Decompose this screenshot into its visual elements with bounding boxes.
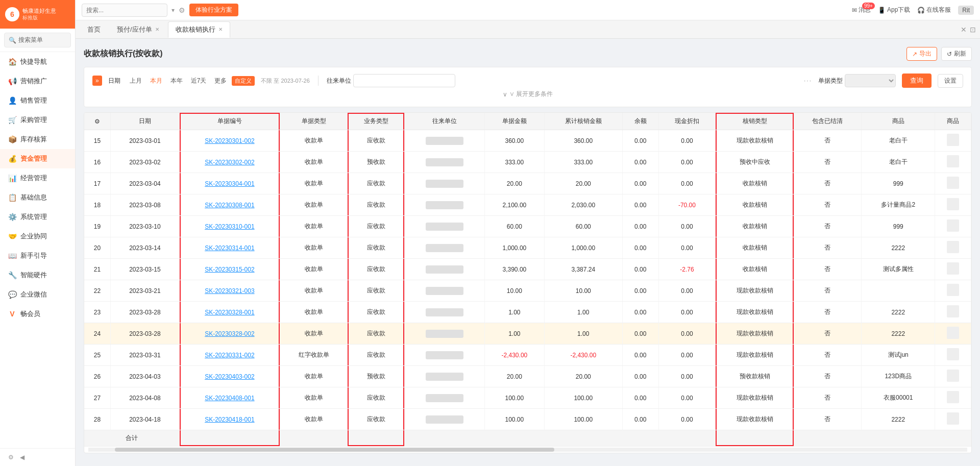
export-btn[interactable]: ↗ 导出 — [906, 47, 937, 61]
sidebar-item-guide[interactable]: 📖 新手引导 — [0, 246, 75, 265]
headset-icon: 🎧 — [917, 7, 925, 14]
logo-icon: 6 — [5, 7, 19, 21]
setting-btn[interactable]: 设置 — [938, 74, 963, 88]
search-menu-btn[interactable]: 🔍 搜索菜单 — [4, 33, 71, 47]
sidebar-item-hardware[interactable]: 🔧 智能硬件 — [0, 265, 75, 285]
sidebar-item-marketing[interactable]: 📢 营销推广 — [0, 71, 75, 91]
messages-btn[interactable]: ✉ 消息 99+ — [852, 6, 871, 14]
sidebar-item-corp[interactable]: 🤝 企业协同 — [0, 227, 75, 246]
sidebar-item-finance[interactable]: 💰 资金管理 — [0, 149, 75, 168]
close-window-icon[interactable]: ✕ — [961, 26, 967, 34]
topbar-gear-icon[interactable]: ⚙ — [179, 6, 185, 14]
sidebar-item-member[interactable]: V 畅会员 — [0, 304, 75, 324]
sidebar-item-quicknav[interactable]: 🏠 快捷导航 — [0, 52, 75, 71]
td-doc-type: 收款单 — [280, 130, 348, 152]
topbar-right: ✉ 消息 99+ 📱 App下载 🎧 在线客服 Rit — [852, 6, 974, 15]
td-no: 28 — [84, 409, 110, 430]
td-doc-type: 收款单 — [280, 194, 348, 216]
tab-home[interactable]: 首页 — [80, 21, 108, 38]
filter-toggle-btn[interactable]: » — [92, 76, 102, 86]
footer-biz-type — [348, 430, 405, 447]
refresh-btn[interactable]: ↺ 刷新 — [941, 47, 972, 61]
table-row: 21 2023-03-15 SK-20230315-002 收款单 应收款 ██… — [84, 259, 971, 280]
custom-period-btn[interactable]: 自定义 — [232, 76, 255, 86]
td-goods: 999 — [862, 173, 935, 194]
user-avatar[interactable]: Rit — [958, 6, 974, 15]
table-row: 17 2023-03-04 SK-20230304-001 收款单 应收款 ██… — [84, 173, 971, 194]
period-7days[interactable]: 近7天 — [188, 76, 210, 86]
period-this-month[interactable]: 本月 — [147, 76, 165, 86]
period-this-year[interactable]: 本年 — [167, 76, 186, 86]
td-amount: 3,390.00 — [485, 259, 545, 280]
td-discount: 0.00 — [658, 302, 716, 323]
td-biz-type: 应收款 — [348, 130, 405, 152]
td-writeoff: 20.00 — [544, 366, 622, 387]
td-goods2 — [935, 173, 971, 194]
topbar-dropdown-arrow[interactable]: ▾ — [172, 7, 175, 14]
td-discount: 0.00 — [658, 323, 716, 345]
td-doc-no: SK-20230304-001 — [179, 173, 280, 194]
td-amount: 100.00 — [485, 387, 545, 409]
sidebar-item-purchase[interactable]: 🛒 采购管理 — [0, 110, 75, 130]
type-select[interactable] — [845, 74, 896, 87]
sidebar-item-system[interactable]: ⚙️ 系统管理 — [0, 207, 75, 227]
th-include-cleared: 包含已结清 — [794, 113, 862, 130]
td-doc-type: 收款单 — [280, 387, 348, 409]
filter-more-dots[interactable]: ··· — [804, 77, 812, 84]
settings-icon[interactable]: ⚙ — [8, 454, 14, 461]
td-include: 否 — [794, 259, 862, 280]
td-doc-no: SK-20230315-002 — [179, 259, 280, 280]
td-writeoff: 60.00 — [544, 216, 622, 237]
sidebar-item-sales[interactable]: 👤 销售管理 — [0, 91, 75, 110]
sidebar-item-wechat[interactable]: 💬 企业微信 — [0, 285, 75, 304]
tab-receipt[interactable]: 收款核销执行 ✕ — [168, 21, 230, 38]
column-gear-icon[interactable]: ⚙ — [94, 118, 100, 125]
query-btn[interactable]: 查询 — [902, 73, 932, 88]
th-doc-no: 单据编号 — [179, 113, 280, 130]
partner-input[interactable] — [353, 74, 455, 87]
sidebar-item-operations[interactable]: 📊 经营管理 — [0, 168, 75, 188]
td-balance: 0.00 — [622, 345, 658, 366]
td-include: 否 — [794, 323, 862, 345]
solution-btn[interactable]: 体验行业方案 — [189, 4, 238, 16]
sidebar-item-inventory[interactable]: 📦 库存核算 — [0, 130, 75, 149]
td-biz-type: 预收款 — [348, 152, 405, 173]
collapse-icon[interactable]: ◀ — [20, 454, 24, 461]
tab-prepay[interactable]: 预付/应付单 ✕ — [109, 21, 167, 38]
table-row: 28 2023-04-18 SK-20230418-001 收款单 应收款 ██… — [84, 409, 971, 430]
app-download-label: App下载 — [887, 6, 910, 14]
td-writeoff: 3,387.24 — [544, 259, 622, 280]
td-include: 否 — [794, 152, 862, 173]
td-biz-type: 应收款 — [348, 237, 405, 259]
td-doc-type: 收款单 — [280, 152, 348, 173]
notif-badge: 99+ — [862, 3, 875, 9]
td-doc-type: 收款单 — [280, 173, 348, 194]
online-service-btn[interactable]: 🎧 在线客服 — [917, 6, 951, 14]
purchase-icon: 🛒 — [8, 116, 16, 124]
maximize-icon[interactable]: ⊡ — [970, 26, 976, 34]
td-discount: -2.76 — [658, 259, 716, 280]
topbar-search-input[interactable] — [82, 4, 167, 17]
td-balance: 0.00 — [622, 130, 658, 152]
period-last-month[interactable]: 上月 — [127, 76, 145, 86]
td-include: 否 — [794, 216, 862, 237]
sidebar-item-basic[interactable]: 📋 基础信息 — [0, 188, 75, 207]
basic-icon: 📋 — [8, 193, 16, 202]
sidebar-item-label: 营销推广 — [20, 77, 47, 86]
footer-writeoff-type — [716, 430, 794, 447]
period-more[interactable]: 更多 — [211, 76, 230, 86]
td-no: 16 — [84, 152, 110, 173]
td-discount: 0.00 — [658, 216, 716, 237]
td-doc-no: SK-20230403-002 — [179, 366, 280, 387]
footer-amount — [485, 430, 545, 447]
tab-receipt-close[interactable]: ✕ — [218, 27, 223, 32]
expand-more-btn[interactable]: ∨ ∨ 展开更多条件 — [92, 88, 963, 101]
td-partner: ████ — [405, 216, 485, 237]
td-writeoff-type: 现款收款核销 — [716, 280, 794, 302]
app-download-btn[interactable]: 📱 App下载 — [878, 6, 910, 14]
table-body: 15 2023-03-01 SK-20230301-002 收款单 应收款 ██… — [84, 130, 971, 430]
td-writeoff-type: 现款收款核销 — [716, 302, 794, 323]
filter-partner: 往来单位 — [327, 74, 798, 87]
tab-prepay-close[interactable]: ✕ — [155, 27, 159, 32]
th-date: 日期 — [110, 113, 179, 130]
